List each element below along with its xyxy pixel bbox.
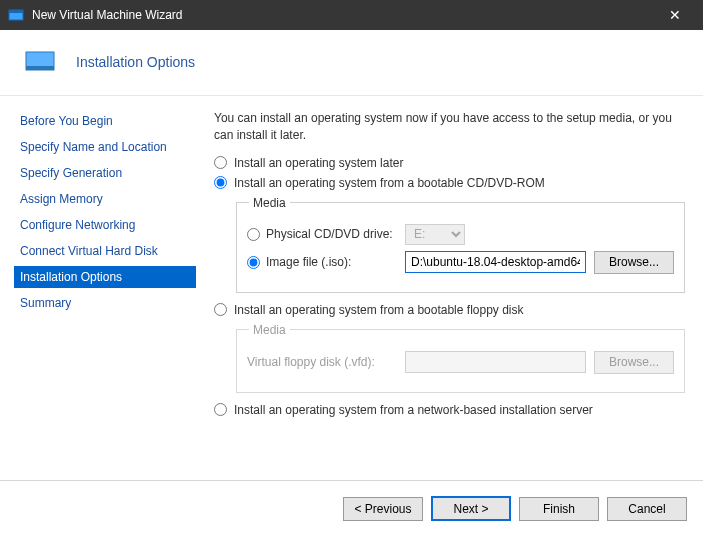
sidebar-step[interactable]: Specify Name and Location: [14, 136, 196, 158]
wizard-steps: Before You BeginSpecify Name and Locatio…: [0, 96, 196, 480]
radio-install-cd[interactable]: [214, 176, 227, 189]
intro-text: You can install an operating system now …: [214, 110, 685, 144]
option-image-file[interactable]: Image file (.iso):: [247, 255, 397, 269]
sidebar-step[interactable]: Specify Generation: [14, 162, 196, 184]
media-cd-group: Media Physical CD/DVD drive: E: Image fi…: [236, 196, 685, 293]
browse-vfd-button: Browse...: [594, 351, 674, 374]
svg-rect-3: [26, 66, 54, 70]
previous-button[interactable]: < Previous: [343, 497, 423, 521]
radio-install-floppy[interactable]: [214, 303, 227, 316]
media-floppy-group: Media Virtual floppy disk (.vfd): Browse…: [236, 323, 685, 393]
cancel-button[interactable]: Cancel: [607, 497, 687, 521]
iso-path-input[interactable]: [405, 251, 586, 273]
option-install-floppy[interactable]: Install an operating system from a boota…: [214, 303, 685, 317]
radio-image-file[interactable]: [247, 256, 260, 269]
vfd-path-input: [405, 351, 586, 373]
browse-iso-button[interactable]: Browse...: [594, 251, 674, 274]
option-install-network[interactable]: Install an operating system from a netwo…: [214, 403, 685, 417]
sidebar-step[interactable]: Summary: [14, 292, 196, 314]
main-panel: You can install an operating system now …: [196, 96, 703, 480]
app-icon: [8, 7, 24, 23]
radio-physical-drive[interactable]: [247, 228, 260, 241]
wizard-header: Installation Options: [0, 30, 703, 95]
window-title: New Virtual Machine Wizard: [32, 8, 655, 22]
radio-install-network[interactable]: [214, 403, 227, 416]
wizard-footer: < Previous Next > Finish Cancel: [0, 480, 703, 536]
drive-select[interactable]: E:: [405, 224, 465, 245]
svg-rect-1: [9, 10, 23, 13]
close-icon[interactable]: ✕: [655, 7, 695, 23]
next-button[interactable]: Next >: [431, 496, 511, 521]
sidebar-step[interactable]: Installation Options: [14, 266, 196, 288]
sidebar-step[interactable]: Connect Virtual Hard Disk: [14, 240, 196, 262]
option-physical-drive[interactable]: Physical CD/DVD drive:: [247, 227, 397, 241]
option-install-cd[interactable]: Install an operating system from a boota…: [214, 176, 685, 190]
option-install-later[interactable]: Install an operating system later: [214, 156, 685, 170]
sidebar-step[interactable]: Assign Memory: [14, 188, 196, 210]
finish-button[interactable]: Finish: [519, 497, 599, 521]
page-title: Installation Options: [76, 54, 195, 70]
titlebar: New Virtual Machine Wizard ✕: [0, 0, 703, 30]
vfd-label: Virtual floppy disk (.vfd):: [247, 355, 397, 369]
sidebar-step[interactable]: Configure Networking: [14, 214, 196, 236]
radio-install-later[interactable]: [214, 156, 227, 169]
sidebar-step[interactable]: Before You Begin: [14, 110, 196, 132]
header-icon: [24, 50, 56, 74]
